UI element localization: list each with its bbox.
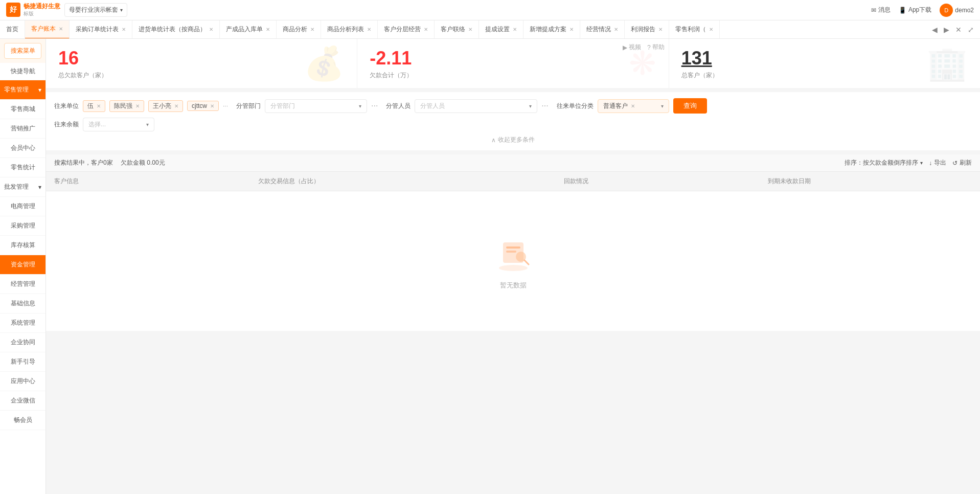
- sidebar-item-app-center[interactable]: 应用中心: [0, 372, 45, 391]
- sidebar-item-retail-store[interactable]: 零售商城: [0, 100, 45, 119]
- sort-label: 排序：按欠款金额倒序排序: [845, 159, 918, 167]
- sidebar-search-area: 搜索菜单: [0, 39, 45, 63]
- sidebar-item-member[interactable]: 畅会员: [0, 411, 45, 430]
- sidebar-item-ops-mgmt[interactable]: 经营管理: [0, 275, 45, 294]
- sidebar-item-basic-info[interactable]: 基础信息: [0, 294, 45, 313]
- tab-prev-icon[interactable]: ◀: [930, 25, 940, 35]
- sidebar-label-purchase: 采购管理: [11, 221, 35, 230]
- filter-person-select[interactable]: 分管人员 ▾: [415, 99, 537, 113]
- chevron-down-icon: ▾: [38, 86, 41, 94]
- filter-dept-select[interactable]: 分管部门 ▾: [265, 99, 367, 113]
- sidebar-item-purchase[interactable]: 采购管理: [0, 216, 45, 236]
- close-icon[interactable]: ✕: [569, 27, 574, 32]
- sidebar-label-wechat: 企业微信: [11, 396, 35, 405]
- filter-area: 往来单位 伍 ✕ 陈民强 ✕ 王小亮 ✕ cjttcw ✕ ···: [46, 92, 980, 150]
- tab-profit-report[interactable]: 利润报告 ✕: [625, 20, 669, 39]
- filter-row-1: 往来单位 伍 ✕ 陈民强 ✕ 王小亮 ✕ cjttcw ✕ ···: [54, 98, 972, 114]
- close-icon[interactable]: ✕: [266, 27, 270, 32]
- remove-tag-wang[interactable]: ✕: [174, 103, 178, 109]
- tab-new-method[interactable]: 新增提成方案 ✕: [523, 20, 580, 39]
- more-tags-button[interactable]: ···: [223, 102, 228, 109]
- message-button[interactable]: ✉ 消息: [871, 6, 891, 14]
- remove-tag-wu[interactable]: ✕: [97, 103, 101, 109]
- chevron-down-icon: ▾: [146, 122, 149, 127]
- tab-home[interactable]: 首页: [0, 20, 25, 39]
- filter-person-more[interactable]: ···: [541, 101, 548, 110]
- close-icon[interactable]: ✕: [424, 27, 428, 32]
- sidebar-item-quick-nav[interactable]: 快捷导航: [0, 63, 45, 80]
- tab-purchase-stat[interactable]: 进货单统计表（按商品） ✕: [132, 20, 220, 39]
- close-icon[interactable]: ✕: [468, 27, 472, 32]
- sidebar-item-system[interactable]: 系统管理: [0, 313, 45, 333]
- filter-remainder-label: 往来余额: [54, 120, 79, 129]
- help-button[interactable]: ? 帮助: [647, 43, 665, 52]
- sidebar-item-batch-mgmt[interactable]: 批发管理 ▾: [0, 177, 45, 197]
- filter-remainder-select[interactable]: 选择... ▾: [83, 118, 154, 131]
- collapse-label: 收起更多条件: [498, 136, 535, 144]
- sidebar-item-retail-mgmt[interactable]: 零售管理 ▾: [0, 80, 45, 100]
- export-button[interactable]: ↓ 导出: [929, 159, 946, 167]
- svg-rect-3: [506, 251, 516, 253]
- tab-close-all-icon[interactable]: ✕: [953, 25, 964, 35]
- query-button[interactable]: 查询: [673, 98, 707, 114]
- sidebar-item-retail-stats[interactable]: 零售统计: [0, 158, 45, 177]
- close-icon[interactable]: ✕: [209, 27, 213, 32]
- close-icon[interactable]: ✕: [709, 27, 713, 32]
- close-icon[interactable]: ✕: [367, 27, 371, 32]
- tab-retail-profit-label: 零售利润（: [675, 25, 706, 34]
- sidebar-label-retail-stats: 零售统计: [11, 163, 35, 172]
- remove-tag-chen[interactable]: ✕: [135, 103, 140, 109]
- sidebar-item-newcomer[interactable]: 新手引导: [0, 352, 45, 372]
- close-icon[interactable]: ✕: [310, 27, 314, 32]
- user-area[interactable]: D demo2: [940, 4, 974, 17]
- username: demo2: [955, 7, 974, 14]
- tab-accounts[interactable]: 客户账本 ✕: [25, 20, 70, 39]
- close-icon[interactable]: ✕: [122, 27, 126, 32]
- sidebar-item-marketing[interactable]: 营销推广: [0, 119, 45, 139]
- tab-customer-connect[interactable]: 客户联络 ✕: [435, 20, 479, 39]
- tab-ops[interactable]: 经营情况 ✕: [580, 20, 625, 39]
- close-icon[interactable]: ✕: [59, 26, 63, 32]
- sidebar-item-finance[interactable]: 资金管理: [0, 255, 45, 275]
- tab-settings[interactable]: 提成设置 ✕: [479, 20, 523, 39]
- close-icon[interactable]: ✕: [513, 27, 517, 32]
- close-icon[interactable]: ✕: [658, 27, 663, 32]
- sidebar-item-inventory[interactable]: 库存核算: [0, 236, 45, 255]
- refresh-button[interactable]: ↺ 刷新: [952, 159, 972, 167]
- tab-home-label: 首页: [6, 25, 18, 34]
- close-icon[interactable]: ✕: [614, 27, 618, 32]
- avatar: D: [940, 4, 953, 17]
- search-menu-button[interactable]: 搜索菜单: [4, 43, 41, 59]
- tab-product-analysis-list[interactable]: 商品分析列表 ✕: [321, 20, 378, 39]
- filter-tag-chen: 陈民强 ✕: [109, 100, 144, 112]
- tab-purchase-order[interactable]: 采购订单统计表 ✕: [70, 20, 132, 39]
- tab-bar: 首页 客户账本 ✕ 采购订单统计表 ✕ 进货单统计表（按商品） ✕ 产成品入库单…: [0, 20, 980, 39]
- svg-rect-2: [506, 246, 520, 249]
- table-col-due-date: 到期未收款日期: [768, 177, 972, 186]
- tab-expand-icon[interactable]: ⤢: [966, 25, 976, 35]
- sidebar-label-system: 系统管理: [11, 319, 35, 327]
- sidebar-item-enterprise[interactable]: 企业协同: [0, 333, 45, 352]
- sidebar-label-enterprise: 企业协同: [11, 338, 35, 347]
- stat-icon-money: 💰: [304, 44, 345, 83]
- tab-next-icon[interactable]: ▶: [942, 25, 951, 35]
- filter-tag-wu: 伍 ✕: [83, 100, 105, 112]
- tab-customer-tier[interactable]: 客户分层经营 ✕: [378, 20, 435, 39]
- tab-product-analysis[interactable]: 商品分析 ✕: [277, 20, 321, 39]
- sidebar-item-member-center[interactable]: 会员中心: [0, 139, 45, 158]
- filter-unit-class-select[interactable]: 普通客户 ✕ ▾: [598, 99, 669, 113]
- tab-product-analysis-list-label: 商品分析列表: [327, 25, 364, 34]
- remove-tag-normal-customer[interactable]: ✕: [631, 103, 635, 109]
- collapse-button[interactable]: ∧ 收起更多条件: [491, 136, 535, 144]
- video-button[interactable]: ▶ 视频: [623, 43, 641, 52]
- sort-select[interactable]: 排序：按欠款金额倒序排序 ▾: [845, 159, 923, 167]
- tab-retail-profit[interactable]: 零售利润（ ✕: [669, 20, 720, 39]
- sidebar-item-wechat[interactable]: 企业微信: [0, 391, 45, 411]
- sidebar-item-ecommerce[interactable]: 电商管理: [0, 197, 45, 216]
- app-download-button[interactable]: 📱 App下载: [899, 6, 931, 14]
- remove-tag-cjttcw[interactable]: ✕: [210, 103, 214, 109]
- company-selector[interactable]: 母婴行业演示帐套 ▾: [64, 3, 127, 17]
- tab-production[interactable]: 产成品入库单 ✕: [220, 20, 277, 39]
- top-bar-right: ✉ 消息 📱 App下载 D demo2: [871, 4, 974, 17]
- filter-dept-more[interactable]: ···: [371, 101, 378, 110]
